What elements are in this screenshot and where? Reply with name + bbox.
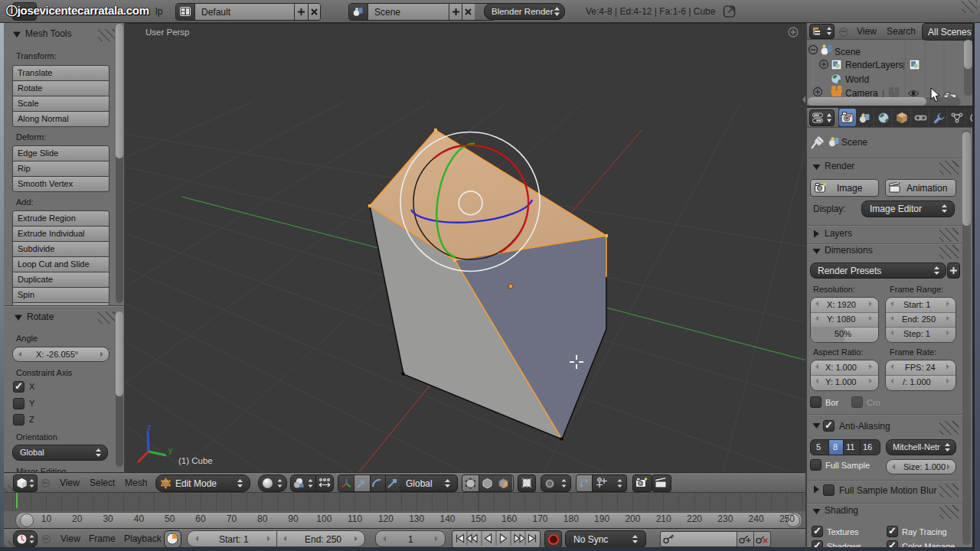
svg-text:|: | — [903, 60, 905, 70]
svg-text:(1) Cube: (1) Cube — [178, 456, 213, 465]
svg-text:User Persp: User Persp — [145, 28, 190, 37]
svg-text:World: World — [845, 74, 869, 85]
svg-text:z: z — [147, 422, 152, 432]
svg-text:RenderLayers: RenderLayers — [845, 60, 903, 70]
svg-text:y: y — [168, 445, 173, 455]
